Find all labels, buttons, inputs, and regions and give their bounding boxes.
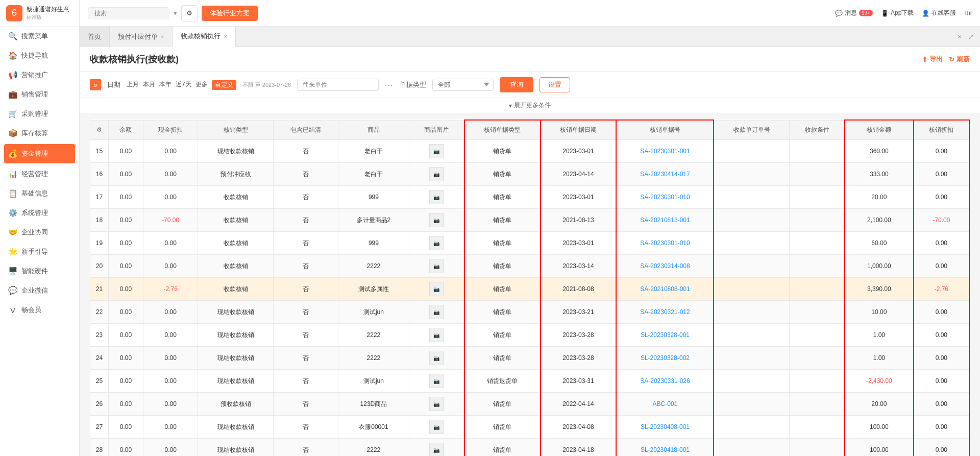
table-cell[interactable]: SA-20230321-012	[616, 301, 714, 324]
table-cell	[790, 301, 845, 324]
table-cell: 销货单	[464, 347, 541, 370]
table-cell: 0.00	[109, 416, 143, 439]
sidebar-item-inventory[interactable]: 📦 库存核算	[0, 124, 79, 143]
col-product: 商品	[338, 120, 409, 140]
table-row: 250.000.00现结收款核销否测试jun📷销货退货单2023-03-31SA…	[90, 370, 970, 393]
table-cell: 2023-03-01	[541, 232, 617, 255]
sidebar-item-marketing[interactable]: 📢 营销推广	[0, 65, 79, 85]
export-btn[interactable]: ⬆ 导出	[922, 55, 943, 64]
sidebar-item-system[interactable]: ⚙️ 系统管理	[0, 203, 79, 223]
table-cell: 0.00	[143, 416, 198, 439]
user-name[interactable]: Rit	[964, 10, 972, 17]
topbar-search-input[interactable]	[88, 7, 169, 19]
table-cell[interactable]: SA-20210813-001	[616, 209, 714, 232]
tab-prepay[interactable]: 预付冲应付单 ×	[110, 27, 173, 47]
date-this-year[interactable]: 本年	[159, 80, 172, 90]
table-cell: 100.00	[845, 439, 914, 457]
tab-verify[interactable]: 收款核销执行 ×	[173, 27, 235, 47]
topbar-dropdown-icon[interactable]: ▾	[174, 9, 177, 17]
table-cell[interactable]: SL-20230418-001	[616, 439, 714, 457]
industry-btn[interactable]: 体验行业方案	[202, 6, 258, 21]
table-cell: 否	[273, 140, 338, 163]
sidebar-item-member[interactable]: V 畅会员	[0, 300, 79, 320]
date-7days[interactable]: 近7天	[176, 80, 191, 90]
table-cell: 现结收款核销	[198, 416, 273, 439]
table-cell[interactable]: SA-20230414-017	[616, 163, 714, 186]
sidebar-item-sales[interactable]: 💼 销售管理	[0, 85, 79, 104]
table-cell	[714, 370, 789, 393]
date-more[interactable]: 更多	[195, 80, 208, 90]
table-cell[interactable]: SA-20210808-001	[616, 278, 714, 301]
table-cell[interactable]: SL-20230328-002	[616, 347, 714, 370]
purchase-icon: 🛒	[8, 109, 17, 118]
col-settings[interactable]: ⚙	[90, 120, 109, 140]
sidebar-item-guide[interactable]: 🌟 新手引导	[0, 242, 79, 261]
table-cell: 现结收款核销	[198, 439, 273, 457]
table-cell: 0.00	[143, 255, 198, 278]
sidebar-item-search[interactable]: 🔍 搜索菜单	[0, 27, 79, 46]
tab-home[interactable]: 首页	[80, 27, 110, 47]
sidebar-item-finance[interactable]: 💰 资金管理	[4, 144, 75, 163]
sidebar-item-wechat[interactable]: 💬 企业微信	[0, 281, 79, 300]
sidebar-item-operation[interactable]: 📊 经营管理	[0, 164, 79, 184]
message-area[interactable]: 💬 消息 99+	[835, 9, 873, 17]
sidebar-item-basic[interactable]: 📋 基础信息	[0, 184, 79, 203]
setting-btn[interactable]: 设置	[540, 77, 570, 92]
sidebar-item-quick[interactable]: 🏠 快捷导航	[0, 46, 79, 65]
table-cell: 0.00	[109, 439, 143, 457]
table-row: 170.000.00收款核销否999📷销货单2023-03-01SA-20230…	[90, 186, 970, 209]
product-image: 📷	[429, 167, 444, 181]
tab-verify-close[interactable]: ×	[224, 33, 227, 39]
table-cell: 📷	[409, 347, 464, 370]
expand-more-bar: ▾ 展开更多条件	[80, 98, 980, 113]
filter-expand-btn[interactable]: »	[90, 79, 101, 90]
table-cell[interactable]: SA-20230331-026	[616, 370, 714, 393]
table-cell: 否	[273, 209, 338, 232]
date-last-month[interactable]: 上月	[127, 80, 139, 90]
table-cell: 0.00	[109, 301, 143, 324]
table-cell: 📷	[409, 393, 464, 416]
table-cell[interactable]: SL-20230328-001	[616, 324, 714, 347]
table-cell: 现结收款核销	[198, 301, 273, 324]
expand-more-btn[interactable]: ▾ 展开更多条件	[509, 101, 551, 110]
table-cell: 333.00	[845, 163, 914, 186]
table-cell: 衣服00001	[338, 416, 409, 439]
table-cell[interactable]: SA-20230301-001	[616, 140, 714, 163]
table-cell: 16	[90, 163, 109, 186]
table-cell[interactable]: ABC-001	[616, 393, 714, 416]
tab-expand-btn[interactable]: ⤢	[966, 31, 976, 43]
logo-icon: 6	[6, 5, 22, 21]
counterparty-input[interactable]	[297, 79, 379, 91]
table-cell	[790, 439, 845, 457]
table-cell: 28	[90, 439, 109, 457]
sidebar-item-enterprise[interactable]: 🤝 企业协同	[0, 223, 79, 242]
table-row: 220.000.00现结收款核销否测试jun📷销货单2023-03-21SA-2…	[90, 301, 970, 324]
sidebar-item-hardware[interactable]: 🖥️ 智能硬件	[0, 261, 79, 281]
table-cell: 0.00	[109, 163, 143, 186]
order-type-select[interactable]: 全部	[432, 79, 494, 91]
col-settings-icon[interactable]: ⚙	[96, 126, 102, 133]
table-cell: 0.00	[109, 347, 143, 370]
tab-close-btn[interactable]: ×	[955, 31, 964, 43]
date-custom[interactable]: 自定义	[212, 80, 236, 90]
table-row: 260.000.00预收款核销否123D商品📷销货单2022-04-14ABC-…	[90, 393, 970, 416]
sidebar-item-purchase[interactable]: 🛒 采购管理	[0, 104, 79, 124]
table-cell[interactable]: SA-20230301-010	[616, 232, 714, 255]
table-cell: 0.00	[143, 370, 198, 393]
table-cell[interactable]: SA-20230301-010	[616, 186, 714, 209]
table-cell: 否	[273, 278, 338, 301]
refresh-btn[interactable]: ↻ 刷新	[949, 55, 970, 64]
table-cell: 📷	[409, 301, 464, 324]
online-service-btn[interactable]: 👤 在线客服	[922, 9, 956, 17]
message-badge: 99+	[859, 10, 873, 16]
table-cell: 1.00	[845, 324, 914, 347]
table-cell[interactable]: SA-20230314-008	[616, 255, 714, 278]
app-download-btn[interactable]: 📱 App下载	[881, 9, 914, 17]
table-cell: 17	[90, 186, 109, 209]
table-cell[interactable]: SL-20230408-001	[616, 416, 714, 439]
query-btn[interactable]: 查询	[500, 77, 533, 92]
date-this-month[interactable]: 本月	[143, 80, 155, 90]
tab-prepay-close[interactable]: ×	[161, 34, 164, 40]
topbar-settings-icon[interactable]: ⚙	[181, 5, 198, 21]
table-cell: 123D商品	[338, 393, 409, 416]
